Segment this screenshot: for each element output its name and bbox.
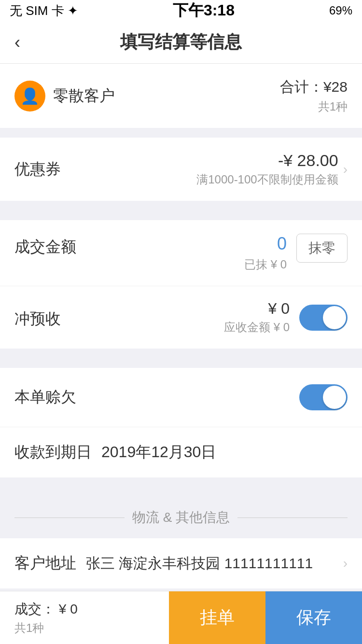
flush-label: 冲预收	[14, 306, 61, 330]
bottom-deal-label: 成交：	[14, 602, 55, 616]
back-button[interactable]: ‹	[14, 32, 20, 53]
coupon-chevron-icon: ›	[343, 162, 348, 177]
page-title: 填写结算等信息	[120, 30, 242, 54]
flush-right: ¥ 0 应收金额 ¥ 0	[224, 300, 348, 335]
transaction-section: 成交金额 0 已抹 ¥ 0 抹零 冲预收 ¥ 0 应收金额 ¥ 0	[0, 220, 362, 349]
coupon-content: -¥ 28.00 满1000-100不限制使用金额	[196, 151, 338, 187]
flush-amount-sub: 应收金额 ¥ 0	[224, 320, 290, 335]
customer-section: 👤 零散客户 合计：¥28 共1种	[0, 64, 362, 128]
address-chevron-icon: ›	[343, 556, 348, 571]
round-zero-button[interactable]: 抹零	[296, 234, 348, 263]
due-date-value: 2019年12月30日	[101, 442, 216, 463]
coupon-amount: -¥ 28.00	[196, 151, 338, 170]
hold-button[interactable]: 挂单	[169, 591, 265, 644]
deal-amount-sub: 已抹 ¥ 0	[244, 257, 287, 272]
nav-bar: ‹ 填写结算等信息	[0, 21, 362, 64]
bottom-deal-value: ¥ 0	[59, 602, 78, 616]
address-left: 客户地址 张三 海淀永丰科技园 11111111111	[14, 553, 313, 574]
battery-icon: 69%	[329, 4, 352, 17]
debt-row: 本单赊欠	[0, 368, 362, 427]
avatar-icon: 👤	[20, 87, 40, 105]
flush-toggle[interactable]	[299, 305, 348, 331]
customer-name: 零散客户	[53, 85, 115, 107]
toggle-knob	[323, 306, 346, 329]
section-gap-1	[0, 210, 362, 220]
status-bar: 无 SIM 卡 ✦ 下午3:18 69%	[0, 0, 362, 21]
address-row[interactable]: 客户地址 张三 海淀永丰科技园 11111111111 ›	[0, 538, 362, 588]
logistics-line-left	[14, 518, 125, 518]
address-section[interactable]: 客户地址 张三 海淀永丰科技园 11111111111 ›	[0, 538, 362, 588]
logistics-line-right	[237, 518, 348, 518]
debt-toggle-knob	[323, 386, 346, 409]
address-value: 张三 海淀永丰科技园 11111111111	[86, 554, 313, 574]
status-right: 69%	[329, 4, 352, 17]
deal-amount-row: 成交金额 0 已抹 ¥ 0 抹零	[0, 220, 362, 286]
debt-label: 本单赊欠	[14, 387, 76, 408]
total-label: 合计：¥28	[280, 77, 348, 97]
coupon-row[interactable]: 优惠券 -¥ 28.00 满1000-100不限制使用金额 ›	[0, 138, 362, 201]
debt-toggle[interactable]	[299, 384, 348, 410]
flush-amount-main: ¥ 0	[224, 300, 290, 318]
save-button[interactable]: 保存	[265, 591, 362, 644]
address-label: 客户地址	[14, 553, 76, 574]
total-count: 共1种	[280, 99, 348, 114]
flush-amounts: ¥ 0 应收金额 ¥ 0	[224, 300, 290, 335]
customer-right: 合计：¥28 共1种	[280, 77, 348, 114]
coupon-section[interactable]: 优惠券 -¥ 28.00 满1000-100不限制使用金额 ›	[0, 138, 362, 201]
bottom-bar: 成交： ¥ 0 共1种 挂单 保存	[0, 591, 362, 644]
customer-left: 👤 零散客户	[14, 81, 115, 112]
deal-amount-label: 成交金额	[14, 234, 76, 258]
section-gap-2	[0, 358, 362, 368]
logistics-header: 物流 & 其他信息	[0, 497, 362, 538]
section-gap-3	[0, 487, 362, 497]
bottom-count: 共1种	[14, 620, 154, 636]
deal-amount-value[interactable]: 0	[244, 234, 287, 254]
deal-amount-right: 0 已抹 ¥ 0 抹零	[244, 234, 348, 272]
bottom-deal-amount: 成交： ¥ 0	[14, 600, 154, 618]
amount-input-area: 0 已抹 ¥ 0	[244, 234, 287, 272]
due-date-label: 收款到期日	[14, 442, 92, 463]
logistics-title: 物流 & 其他信息	[132, 508, 230, 527]
coupon-label: 优惠券	[14, 159, 61, 180]
debt-section: 本单赊欠 收款到期日 2019年12月30日	[0, 368, 362, 477]
bottom-info: 成交： ¥ 0 共1种	[0, 600, 169, 636]
flush-row: 冲预收 ¥ 0 应收金额 ¥ 0	[0, 286, 362, 349]
status-time: 下午3:18	[173, 0, 235, 21]
coupon-desc: 满1000-100不限制使用金额	[196, 172, 338, 187]
status-left: 无 SIM 卡 ✦	[10, 2, 78, 19]
customer-row: 👤 零散客户 合计：¥28 共1种	[0, 64, 362, 128]
coupon-right: -¥ 28.00 满1000-100不限制使用金额 ›	[196, 151, 348, 187]
avatar: 👤	[14, 81, 45, 112]
due-date-row: 收款到期日 2019年12月30日	[0, 427, 362, 477]
